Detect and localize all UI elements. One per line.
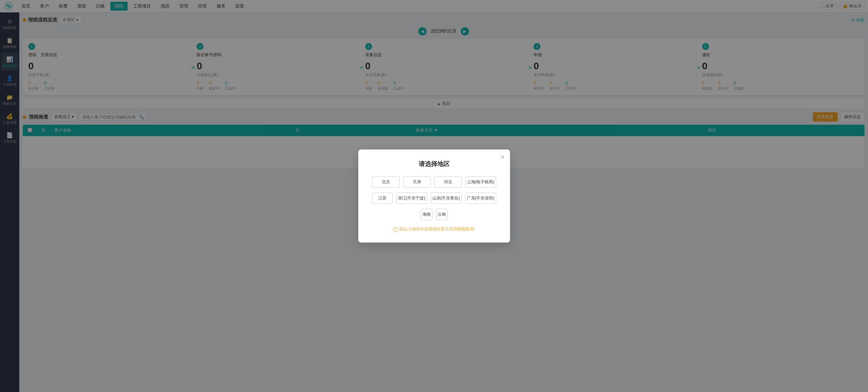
region-tianjin[interactable]: 天津 — [403, 176, 431, 188]
content-area: ↻ 刷新 报税流程总览 全地区 ▾ ◀ 2023年02月 ▶ 1 授权、完善信息… — [19, 12, 868, 392]
region-select-modal: × 请选择地区 北京 天津 河北 上海(电子税局) 江苏 浙江(不含宁波) 山东… — [358, 149, 510, 243]
region-jiangsu[interactable]: 江苏 — [372, 193, 393, 204]
region-grid-row1: 北京 天津 河北 上海(电子税局) — [372, 176, 496, 188]
modal-title: 请选择地区 — [372, 160, 496, 168]
region-yunnan[interactable]: 云南 — [436, 209, 448, 220]
region-beijing[interactable]: 北京 — [372, 176, 400, 188]
modal-overlay[interactable]: × 请选择地区 北京 天津 河北 上海(电子税局) 江苏 浙江(不含宁波) 山东… — [19, 12, 868, 392]
warning-text: 除以上地区外其他地区暂不支持报税检查! — [399, 226, 475, 232]
modal-warning: ! 除以上地区外其他地区暂不支持报税检查! — [372, 226, 496, 232]
region-grid-row2: 江苏 浙江(不含宁波) 山东(不含青岛) 广东(不含深圳) — [372, 193, 496, 204]
warning-icon: ! — [393, 227, 398, 232]
region-guangdong[interactable]: 广东(不含深圳) — [465, 193, 496, 204]
modal-close-button[interactable]: × — [501, 154, 505, 161]
region-shandong[interactable]: 山东(不含青岛) — [431, 193, 462, 204]
region-hebei[interactable]: 河北 — [434, 176, 462, 188]
region-grid-row3: 海南 云南 — [372, 209, 496, 220]
main-layout: ⚙ 报税设置 📋 批量报税 📊 报税总览 👤 个税申报 📁 报税记录 💰 汇算清… — [0, 12, 868, 392]
region-hainan[interactable]: 海南 — [421, 209, 432, 220]
region-shanghai[interactable]: 上海(电子税局) — [465, 176, 496, 188]
region-zhejiang[interactable]: 浙江(不含宁波) — [396, 193, 427, 204]
